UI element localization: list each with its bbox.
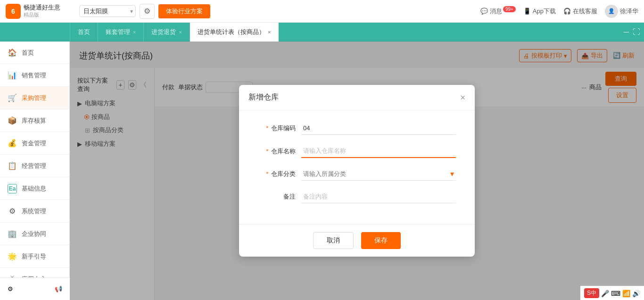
network-icon[interactable]: 📶 — [622, 290, 630, 297]
sidebar-enterprise-label: 企业协同 — [22, 230, 46, 238]
messages-item[interactable]: 💬 消息 99+ — [480, 7, 516, 16]
store-select-wrapper[interactable]: 日太阳膜 — [79, 5, 136, 17]
name-input[interactable] — [301, 144, 456, 158]
tab-purchase-stat[interactable]: 进货单统计表（按商品） × — [190, 23, 279, 42]
logo-area: 6 畅捷通好生意 精品版 — [6, 4, 75, 19]
tab-bar: 首页 账套管理 × 进货退货 × 进货单统计表（按商品） × ─ ⛶ — [0, 23, 644, 42]
tab-purchase-stat-close[interactable]: × — [268, 29, 271, 35]
messages-label: 消息 — [490, 7, 502, 16]
trial-button[interactable]: 体验行业方案 — [158, 4, 210, 18]
sidebar-item-enterprise[interactable]: 🏢 企业协同 — [0, 223, 69, 245]
store-select[interactable]: 日太阳膜 — [79, 5, 136, 17]
tab-home[interactable]: 首页 — [70, 23, 98, 42]
category-dropdown-icon[interactable]: ▾ — [450, 169, 454, 178]
tab-home-label: 首页 — [78, 28, 90, 36]
app-icon: 📱 — [523, 8, 531, 15]
user-item[interactable]: 👤 徐泽华 — [605, 5, 638, 18]
enterprise-icon: 🏢 — [8, 229, 17, 239]
modal-overlay[interactable]: 新增仓库 × * 仓库编码 * — [70, 42, 644, 300]
name-field-row: * 仓库名称 — [258, 144, 456, 158]
operations-icon: 📋 — [8, 161, 17, 171]
tab-account-close[interactable]: × — [133, 29, 136, 35]
sidebar-item-operations[interactable]: 📋 经营管理 — [0, 155, 69, 177]
code-label: * 仓库编码 — [258, 124, 296, 133]
tab-purchase-stat-label: 进货单统计表（按商品） — [198, 28, 265, 36]
online-service-item[interactable]: 🎧 在线客服 — [563, 7, 597, 16]
home-icon: 🏠 — [8, 48, 17, 58]
code-field-row: * 仓库编码 — [258, 122, 456, 135]
username-label: 徐泽华 — [620, 7, 638, 16]
tab-minimize-icon[interactable]: ─ — [624, 28, 629, 36]
category-label: * 仓库分类 — [258, 170, 296, 178]
sidebar-operations-label: 经营管理 — [22, 162, 46, 170]
sidebar-sales-label: 销售管理 — [22, 71, 46, 80]
sidebar-item-sales[interactable]: 📊 销售管理 — [0, 64, 69, 87]
cancel-button[interactable]: 取消 — [313, 232, 354, 249]
code-required-star: * — [266, 125, 268, 132]
sidebar-finance-label: 资金管理 — [22, 139, 46, 148]
sidebar-settings-icon[interactable]: ⚙ — [8, 285, 13, 292]
sidebar-purchase-label: 采购管理 — [22, 94, 46, 102]
sidebar-item-purchase[interactable]: 🛒 采购管理 — [0, 87, 69, 109]
save-button[interactable]: 保存 — [361, 232, 401, 249]
modal-header: 新增仓库 × — [239, 85, 475, 110]
guide-icon: 🌟 — [8, 252, 17, 261]
name-label: * 仓库名称 — [258, 147, 296, 156]
online-service-label: 在线客服 — [573, 7, 597, 16]
notes-input[interactable] — [301, 190, 456, 203]
sidebar-item-system[interactable]: ⚙ 系统管理 — [0, 200, 69, 223]
keyboard-icon[interactable]: ⌨ — [611, 290, 620, 297]
settings-icon[interactable]: ⚙ — [140, 4, 155, 19]
modal-close-button[interactable]: × — [460, 93, 465, 102]
status-bar: S中 🎤 ⌨ 📶 🔊 — [580, 286, 644, 300]
main-layout: 🏠 首页 📊 销售管理 🛒 采购管理 📦 库存核算 💰 资金管理 📋 经营管理 … — [0, 42, 644, 300]
sidebar-item-finance[interactable]: 💰 资金管理 — [0, 132, 69, 155]
sales-icon: 📊 — [8, 71, 17, 80]
mic-icon[interactable]: 🎤 — [601, 290, 609, 297]
message-icon: 💬 — [480, 8, 488, 15]
category-field-row: * 仓库分类 ▾ — [258, 167, 456, 181]
name-required-star: * — [266, 148, 268, 155]
tab-account[interactable]: 账套管理 × — [98, 23, 144, 42]
volume-icon[interactable]: 🔊 — [632, 290, 640, 297]
avatar: 👤 — [605, 5, 618, 18]
content-area: 进货单统计(按商品) 🖨 按模板打印 ▾ 📤 导出 🔄 刷新 — [70, 42, 644, 300]
sidebar-home-label: 首页 — [22, 49, 34, 57]
tab-expand-icon[interactable]: ⛶ — [633, 28, 640, 36]
sidebar-system-label: 系统管理 — [22, 207, 46, 216]
inventory-icon: 📦 — [8, 116, 17, 125]
sidebar-item-basic-info[interactable]: Ea 基础信息 — [0, 177, 69, 200]
category-input[interactable] — [303, 170, 450, 177]
sidebar-announce-icon[interactable]: 📢 — [55, 285, 62, 292]
category-required-star: * — [266, 170, 268, 177]
sidebar-inventory-label: 库存核算 — [22, 117, 46, 125]
tab-purchase-return-close[interactable]: × — [179, 29, 182, 35]
category-select-row[interactable]: ▾ — [301, 167, 456, 181]
modal-footer: 取消 保存 — [239, 224, 475, 257]
system-icon: ⚙ — [8, 207, 17, 216]
logo-sub: 精品版 — [24, 11, 60, 18]
basic-info-icon: Ea — [8, 184, 17, 193]
tab-account-label: 账套管理 — [106, 28, 130, 36]
sidebar: 🏠 首页 📊 销售管理 🛒 采购管理 📦 库存核算 💰 资金管理 📋 经营管理 … — [0, 42, 70, 300]
app-download-item[interactable]: 📱 App下载 — [523, 7, 556, 16]
code-input[interactable] — [301, 122, 456, 135]
notes-field-row: 备注 — [258, 190, 456, 203]
ime-indicator[interactable]: S中 — [584, 288, 599, 298]
tab-purchase-return-label: 进货退货 — [151, 28, 176, 36]
sidebar-guide-label: 新手引导 — [22, 252, 46, 261]
modal-new-warehouse: 新增仓库 × * 仓库编码 * — [239, 85, 475, 257]
nav-search-area: 日太阳膜 ⚙ 体验行业方案 — [79, 4, 477, 19]
sidebar-item-inventory[interactable]: 📦 库存核算 — [0, 109, 69, 132]
modal-title: 新增仓库 — [248, 92, 279, 102]
message-badge: 99+ — [503, 6, 516, 12]
tab-purchase-return[interactable]: 进货退货 × — [144, 23, 190, 42]
modal-body: * 仓库编码 * 仓库名称 — [239, 110, 475, 224]
sidebar-item-home[interactable]: 🏠 首页 — [0, 42, 69, 64]
notes-label: 备注 — [258, 192, 296, 201]
sidebar-bottom: ⚙ 📢 — [0, 277, 70, 300]
headset-icon: 🎧 — [563, 8, 571, 15]
purchase-icon: 🛒 — [8, 93, 17, 103]
finance-icon: 💰 — [8, 139, 17, 148]
sidebar-item-guide[interactable]: 🌟 新手引导 — [0, 245, 69, 268]
